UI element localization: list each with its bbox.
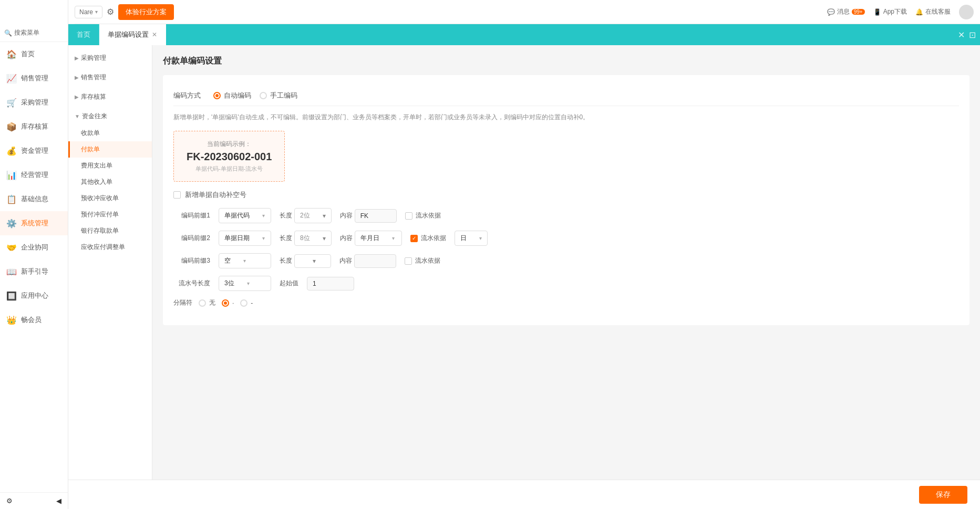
- serial-length-select[interactable]: 3位 ▾: [219, 276, 271, 291]
- serial2-unit-select[interactable]: 日 ▾: [455, 231, 488, 246]
- preview-box: 当前编码示例： FK-20230602-001 单据代码-单据日期-流水号: [173, 131, 285, 182]
- sep-dash-option[interactable]: -: [240, 299, 253, 307]
- sidebar-item-member-label: 畅会员: [21, 315, 42, 325]
- sec-item-other-income[interactable]: 其他收入单: [68, 174, 152, 190]
- operations-icon: 📊: [6, 170, 17, 180]
- preview-desc: 单据代码-单据日期-流水号: [187, 165, 272, 173]
- prefix1-select[interactable]: 单据代码 ▾: [219, 208, 271, 223]
- app-download-item[interactable]: 📱 App下载: [873, 7, 907, 16]
- auto-encode-radio[interactable]: [213, 92, 221, 99]
- start-value-input[interactable]: [307, 277, 354, 290]
- serial-length-row: 流水号长度 3位 ▾ 起始值: [173, 276, 959, 291]
- sidebar-item-partner[interactable]: 🤝 企业协同: [0, 235, 68, 259]
- purchase-arrow-icon: ▶: [75, 55, 79, 61]
- sep-dash-label: -: [251, 299, 253, 307]
- sidebar-item-system[interactable]: ⚙️ 系统管理: [0, 211, 68, 235]
- inventory-arrow-icon: ▶: [75, 94, 79, 100]
- sec-item-payment[interactable]: 付款单: [68, 141, 152, 158]
- prefix2-select[interactable]: 单据日期 ▾: [219, 231, 271, 246]
- length1-select[interactable]: 2位 ▾: [294, 208, 332, 223]
- tab-close-icon[interactable]: ✕: [152, 31, 157, 38]
- online-service-label: 在线客服: [925, 7, 951, 16]
- tab-bar-right: ✕ ⊡: [958, 30, 980, 40]
- serial2-checkbox[interactable]: ✓: [410, 235, 418, 242]
- separator-row: 分隔符 无 · -: [173, 298, 959, 307]
- serial2-check: ✓ 流水依据: [410, 234, 446, 243]
- sec-group-capital-label: 资金往来: [82, 112, 107, 121]
- sidebar-item-finance[interactable]: 💰 资金管理: [0, 139, 68, 163]
- sec-group-purchase: ▶ 采购管理: [68, 49, 152, 67]
- sec-item-bank-label: 银行存取款单: [81, 227, 119, 234]
- content1-input[interactable]: [355, 209, 397, 223]
- sep-dot-radio[interactable]: [222, 299, 229, 307]
- save-button[interactable]: 保存: [919, 486, 967, 504]
- guide-icon: 📖: [6, 267, 17, 277]
- sec-item-expense[interactable]: 费用支出单: [68, 158, 152, 174]
- sidebar-item-inventory[interactable]: 📦 库存核算: [0, 115, 68, 139]
- length2-value: 8位: [300, 234, 310, 243]
- search-label: 搜索菜单: [14, 28, 39, 37]
- section-card: 编码方式 自动编码 手工编码 新增单据时，'单据编码'自动生成，不可编辑。前缀设…: [163, 75, 969, 325]
- sidebar-item-system-label: 系统管理: [21, 219, 48, 228]
- length1-field: 长度 2位 ▾: [280, 208, 332, 223]
- sec-group-inventory-title[interactable]: ▶ 库存核算: [68, 88, 152, 106]
- sec-item-bank[interactable]: 银行存取款单: [68, 223, 152, 239]
- sidebar-item-member[interactable]: 👑 畅会员: [0, 308, 68, 332]
- sec-group-purchase-title[interactable]: ▶ 采购管理: [68, 49, 152, 67]
- sec-item-ar-ap[interactable]: 应收应付调整单: [68, 239, 152, 255]
- settings-bottom-icon[interactable]: ⚙: [6, 497, 13, 505]
- sep-dot-option[interactable]: ·: [222, 299, 234, 307]
- auto-fill-checkbox[interactable]: [173, 191, 181, 199]
- manual-encode-label: 手工编码: [270, 91, 297, 100]
- sep-none-radio[interactable]: [199, 299, 206, 307]
- length2-select[interactable]: 8位 ▾: [294, 231, 332, 246]
- content2-select[interactable]: 年月日 ▾: [355, 231, 402, 246]
- length1-value: 2位: [300, 211, 310, 220]
- sep-dash-radio[interactable]: [240, 299, 247, 307]
- length1-label: 长度: [280, 211, 292, 220]
- messages-item[interactable]: 💬 消息 99+: [827, 7, 865, 16]
- manual-encode-radio[interactable]: [260, 92, 267, 99]
- length3-select[interactable]: ▾: [294, 254, 331, 268]
- sidebar-item-sales[interactable]: 📈 销售管理: [0, 66, 68, 90]
- sec-item-prepay-receive[interactable]: 预收冲应收单: [68, 190, 152, 206]
- tab-maximize-icon[interactable]: ⊡: [969, 30, 976, 40]
- prefix3-label: 编码前缀3: [173, 256, 210, 265]
- sidebar-item-basic[interactable]: 📋 基础信息: [0, 187, 68, 211]
- sidebar-nav: 🏠 首页 📈 销售管理 🛒 采购管理 📦 库存核算 💰 资金管理 📊 经营管理 …: [0, 42, 68, 492]
- sec-item-prepay-pay[interactable]: 预付冲应付单: [68, 206, 152, 223]
- tab-encode-settings-label: 单据编码设置: [108, 30, 149, 39]
- sidebar-item-operations[interactable]: 📊 经营管理: [0, 163, 68, 187]
- message-icon: 💬: [827, 8, 835, 16]
- sidebar-item-guide[interactable]: 📖 新手引导: [0, 259, 68, 284]
- sidebar-item-home[interactable]: 🏠 首页: [0, 42, 68, 66]
- tab-minimize-icon[interactable]: ✕: [958, 30, 965, 40]
- settings-icon[interactable]: ⚙: [107, 7, 114, 17]
- content3-input[interactable]: [354, 254, 396, 268]
- avatar[interactable]: [959, 5, 974, 19]
- purchase-icon: 🛒: [6, 98, 17, 108]
- sec-group-sales-title[interactable]: ▶ 销售管理: [68, 69, 152, 86]
- company-selector[interactable]: Nare ▾: [75, 6, 102, 18]
- form-row-prefix3: 编码前缀3 空 ▾ 长度 ▾ 内容: [173, 253, 959, 268]
- sep-none-option[interactable]: 无: [199, 298, 215, 307]
- content1-field: 内容: [340, 209, 397, 223]
- auto-fill-label: 新增单据自动补空号: [185, 190, 246, 200]
- tab-home[interactable]: 首页: [68, 24, 99, 45]
- collapse-icon[interactable]: ◀: [56, 497, 61, 505]
- serial1-checkbox[interactable]: [405, 212, 412, 220]
- serial3-checkbox[interactable]: [405, 257, 412, 265]
- prefix3-select[interactable]: 空 ▾: [219, 253, 271, 268]
- tab-encode-settings[interactable]: 单据编码设置 ✕: [99, 24, 166, 45]
- sidebar-item-purchase[interactable]: 🛒 采购管理: [0, 90, 68, 115]
- member-icon: 👑: [6, 315, 17, 325]
- sidebar-search[interactable]: 🔍 搜索菜单: [0, 24, 68, 42]
- auto-fill-row: 新增单据自动补空号: [173, 190, 959, 200]
- manual-encode-option[interactable]: 手工编码: [260, 91, 297, 100]
- trial-button[interactable]: 体验行业方案: [118, 4, 174, 20]
- auto-encode-option[interactable]: 自动编码: [213, 91, 251, 100]
- online-service-item[interactable]: 🔔 在线客服: [915, 7, 951, 16]
- sec-item-receipt[interactable]: 收款单: [68, 125, 152, 141]
- sidebar-item-apps[interactable]: 🔲 应用中心: [0, 284, 68, 308]
- sec-group-capital-title[interactable]: ▼ 资金往来: [68, 108, 152, 125]
